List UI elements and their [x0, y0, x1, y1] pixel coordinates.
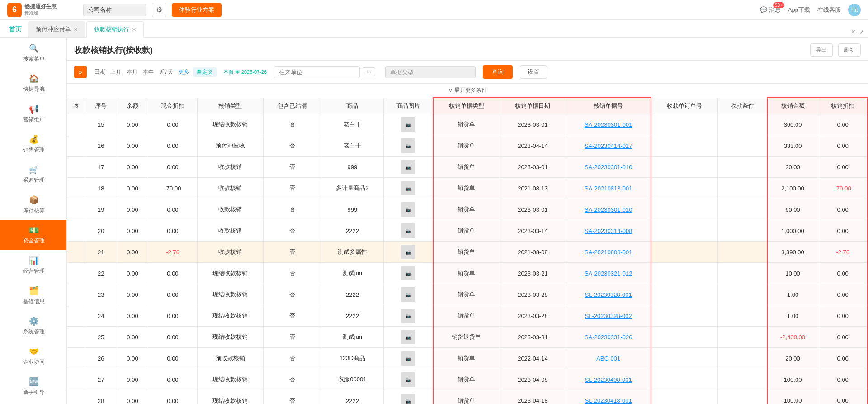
sidebar-item-basic[interactable]: 🗂️ 基础信息: [0, 280, 66, 311]
cell-bill-no[interactable]: SL-20230328-002: [566, 305, 651, 327]
header-right: 💬 消息 99+ App下载 在线客服 Rit: [760, 4, 861, 16]
cell-verify-type: 现结收款核销: [197, 390, 264, 404]
window-close-icon[interactable]: ✕: [851, 29, 856, 35]
window-maximize-icon[interactable]: ⤢: [859, 29, 864, 35]
bill-no-link[interactable]: SA-20230314-008: [585, 228, 632, 234]
expand-more-button[interactable]: ∨ 展开更多条件: [448, 86, 487, 94]
bill-no-link[interactable]: SA-20230331-026: [585, 334, 632, 341]
cell-bill-no[interactable]: SA-20230301-010: [566, 157, 651, 178]
tab-prepay-close[interactable]: ✕: [74, 27, 78, 33]
tab-home[interactable]: 首页: [4, 22, 27, 37]
table-header-row: ⚙ 序号 余额 现金折扣 核销类型 包含已结清 商品 商品图片 核销单据类型 核…: [67, 98, 868, 114]
cell-bill-no[interactable]: SA-20210813-001: [566, 178, 651, 199]
industry-button[interactable]: 体验行业方案: [172, 3, 222, 17]
bill-no-link[interactable]: SL-20230328-002: [585, 313, 632, 319]
settings-icon[interactable]: ⚙: [152, 3, 166, 17]
export-button[interactable]: 导出: [810, 43, 833, 57]
cell-verify-amount: 60.00: [767, 199, 818, 220]
logo-text: 畅捷通好生意: [24, 3, 57, 10]
cell-receipt-cond: [718, 178, 767, 199]
sidebar-item-inventory[interactable]: 📦 库存核算: [0, 190, 66, 220]
cell-bill-no[interactable]: SA-20230414-017: [566, 135, 651, 157]
bill-no-link[interactable]: SA-20230301-010: [585, 206, 632, 213]
cell-goods-image: 📷: [384, 220, 433, 242]
th-verify-discount: 核销折扣: [818, 98, 868, 114]
sidebar-item-search-label: 搜索菜单: [23, 55, 45, 63]
cell-receipt-cond: [718, 390, 767, 404]
cell-row-num: 18: [85, 178, 117, 199]
sidebar-item-system[interactable]: ⚙️ 系统管理: [0, 311, 66, 341]
cell-bill-no[interactable]: SA-20230301-010: [566, 199, 651, 220]
date-custom[interactable]: 自定义: [193, 67, 217, 77]
sidebar-item-finance[interactable]: 💵 资金管理: [0, 220, 66, 250]
cell-bill-no[interactable]: SA-20230321-012: [566, 263, 651, 284]
partner-input[interactable]: [274, 66, 360, 78]
bill-no-link[interactable]: SL-20230408-001: [585, 376, 632, 383]
filter-toggle-button[interactable]: »: [74, 66, 87, 78]
tab-prepay[interactable]: 预付冲应付单 ✕: [28, 21, 85, 37]
company-selector[interactable]: 公司名称: [83, 4, 146, 16]
bill-no-link[interactable]: SA-20210813-001: [585, 185, 632, 192]
sidebar-item-corp[interactable]: 🤝 企业协同: [0, 341, 66, 371]
th-settings[interactable]: ⚙: [67, 98, 85, 114]
filter-settings-button[interactable]: 设置: [520, 65, 547, 79]
bill-no-link[interactable]: SL-20230328-001: [585, 291, 632, 298]
app-download-link[interactable]: App下载: [788, 6, 810, 14]
cell-settings: [67, 263, 85, 284]
bill-no-link[interactable]: SA-20230321-012: [585, 270, 632, 277]
notification-icon: 💬: [760, 6, 767, 13]
date-more[interactable]: 更多: [177, 67, 191, 77]
bill-no-link[interactable]: ABC-001: [596, 355, 620, 362]
sidebar-item-quick[interactable]: 🏠 快捷导航: [0, 68, 66, 99]
bill-no-link[interactable]: SA-20230301-001: [585, 121, 632, 128]
cell-bill-no[interactable]: ABC-001: [566, 348, 651, 369]
cell-goods-image: 📷: [384, 135, 433, 157]
date-this-year[interactable]: 本年: [141, 67, 156, 77]
cell-receipt-order: [651, 199, 718, 220]
sidebar-item-hardware[interactable]: 🖥️ 智能硬件: [0, 402, 66, 404]
cell-bill-no[interactable]: SL-20230328-001: [566, 284, 651, 305]
cell-settings: [67, 178, 85, 199]
th-row-num: 序号: [85, 98, 117, 114]
cell-verify-type: 现结收款核销: [197, 114, 264, 135]
bill-no-link[interactable]: SL-20230418-001: [585, 397, 632, 404]
cell-bill-no[interactable]: SA-20230314-008: [566, 220, 651, 242]
partner-ellipsis-button[interactable]: ···: [363, 67, 375, 76]
sidebar-item-marketing[interactable]: 📢 营销推广: [0, 99, 66, 129]
cell-include-settled: 否: [264, 369, 321, 390]
cell-verify-discount: 0.00: [818, 114, 868, 135]
notification-button[interactable]: 💬 消息 99+: [760, 6, 781, 14]
bill-no-link[interactable]: SA-20230414-017: [585, 143, 632, 149]
bill-no-link[interactable]: SA-20210808-001: [585, 249, 632, 256]
cell-bill-no[interactable]: SL-20230408-001: [566, 369, 651, 390]
th-include-settled: 包含已结清: [264, 98, 321, 114]
cell-bill-no[interactable]: SA-20210808-001: [566, 242, 651, 263]
query-button[interactable]: 查询: [483, 65, 513, 79]
sidebar-item-purchase[interactable]: 🛒 采购管理: [0, 159, 66, 190]
date-7days[interactable]: 近7天: [157, 67, 175, 77]
cell-verify-amount: 100.00: [767, 369, 818, 390]
cell-settings: [67, 157, 85, 178]
tab-receipt-close[interactable]: ✕: [132, 27, 136, 33]
sidebar-item-search[interactable]: 🔍 搜索菜单: [0, 38, 66, 68]
sidebar-item-operation[interactable]: 📊 经营管理: [0, 250, 66, 280]
date-last-month[interactable]: 上月: [108, 67, 123, 77]
user-avatar[interactable]: Rit: [848, 4, 861, 16]
online-service-link[interactable]: 在线客服: [817, 6, 841, 14]
cell-bill-no[interactable]: SA-20230301-001: [566, 114, 651, 135]
date-filter-label: 日期: [94, 68, 106, 76]
bill-type-select[interactable]: 单据类型: [385, 66, 476, 78]
sidebar-item-guide[interactable]: 🆕 新手引导: [0, 371, 66, 402]
sidebar-item-sales[interactable]: 💰 销售管理: [0, 129, 66, 159]
bill-no-link[interactable]: SA-20230301-010: [585, 164, 632, 171]
refresh-button[interactable]: 刷新: [838, 43, 861, 57]
cell-receipt-order: [651, 220, 718, 242]
tab-receipt[interactable]: 收款核销执行 ✕: [86, 21, 144, 38]
cell-bill-date: 2021-08-13: [500, 178, 566, 199]
cell-bill-no[interactable]: SA-20230331-026: [566, 327, 651, 348]
cell-bill-no[interactable]: SL-20230418-001: [566, 390, 651, 404]
top-header: 6 畅捷通好生意 标准版 公司名称 ⚙ 体验行业方案 💬 消息 99+ App下…: [0, 0, 868, 20]
cell-cash-discount: 0.00: [148, 263, 197, 284]
cell-bill-type: 销货单: [433, 199, 500, 220]
date-this-month[interactable]: 本月: [125, 67, 139, 77]
